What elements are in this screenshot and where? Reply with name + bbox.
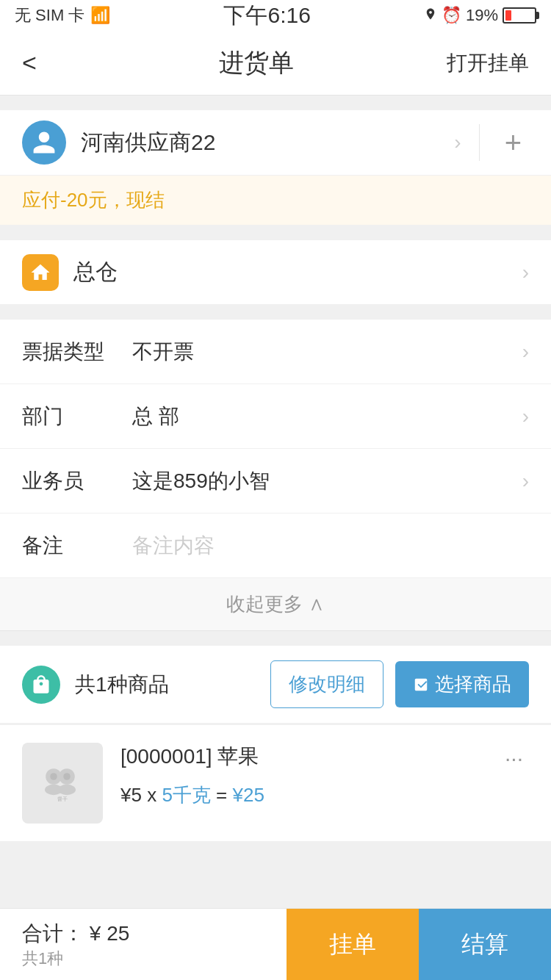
collapse-text: 收起更多 ∧ [226,591,324,617]
status-bar: 无 SIM 卡 📶 下午6:16 ⏰ 19% [0,0,551,31]
select-product-button[interactable]: 选择商品 [395,661,529,707]
product-count-icon [22,666,60,704]
status-left: 无 SIM 卡 📶 [15,4,110,26]
product-header: 共1种商品 修改明细 选择商品 [0,646,551,724]
edit-detail-button[interactable]: 修改明细 [270,660,383,708]
invoice-type-chevron-icon: › [522,340,529,364]
product-code: [0000001] [120,745,217,768]
open-hang-button[interactable]: 打开挂单 [447,49,529,77]
section-gap-4 [0,631,551,646]
page-title: 进货单 [219,46,294,80]
supplier-selector[interactable]: 河南供应商22 › [22,110,461,175]
status-time: 下午6:16 [223,1,310,31]
supplier-name: 河南供应商22 [81,128,447,158]
section-gap-2 [0,226,551,240]
section-gap-3 [0,305,551,320]
select-product-label: 选择商品 [435,671,511,697]
divider-vertical [479,124,480,161]
product-card: 督干 [0000001] 苹果 ¥5 x 5千克 = ¥25 ··· [0,725,551,842]
price-eq: = [216,784,232,806]
notice-bar: 应付-20元，现结 [0,176,551,226]
product-thumbnail: 督干 [22,743,103,824]
svg-point-5 [58,785,76,795]
invoice-type-value: 不开票 [132,338,515,366]
price-total: ¥25 [233,784,264,806]
wifi-icon: 📶 [90,6,110,25]
checkout-button[interactable]: 结算 [419,909,551,981]
department-row[interactable]: 部门 总 部 › [0,384,551,449]
product-more-button[interactable]: ··· [499,743,529,774]
invoice-type-row[interactable]: 票据类型 不开票 › [0,320,551,384]
product-price: ¥5 x 5千克 = ¥25 [120,782,499,808]
salesperson-value: 这是859的小智 [132,467,515,495]
section-gap-1 [0,96,551,110]
svg-point-3 [63,773,71,780]
salesperson-key: 业务员 [22,467,118,495]
department-chevron-icon: › [522,405,529,428]
supplier-section: 河南供应商22 › + [0,110,551,176]
alarm-icon: ⏰ [442,6,461,25]
product-name: [0000001] 苹果 [120,743,499,771]
add-button[interactable]: + [497,119,529,167]
product-info: [0000001] 苹果 ¥5 x 5千克 = ¥25 [120,743,499,808]
remark-row[interactable]: 备注 备注内容 [0,514,551,578]
notice-text: 应付-20元，现结 [22,189,165,211]
back-button[interactable]: < [22,48,66,77]
remark-key: 备注 [22,532,118,560]
status-right: ⏰ 19% [424,6,536,25]
svg-point-1 [50,773,57,780]
warehouse-chevron-icon: › [522,261,529,284]
hang-button[interactable]: 挂单 [287,909,419,981]
collapse-bar[interactable]: 收起更多 ∧ [0,578,551,631]
department-value: 总 部 [132,403,515,430]
total-amount: ¥ 25 [90,922,130,945]
supplier-chevron-icon: › [454,131,461,154]
warehouse-name: 总仓 [73,257,515,287]
price-qty: 5千克 [162,784,210,806]
footer: 合计： ¥ 25 共1种 挂单 结算 [0,908,551,980]
total-sub: 共1种 [22,948,264,970]
product-title: 苹果 [217,745,259,768]
supplier-avatar [22,120,66,165]
warehouse-icon [22,254,59,291]
remark-value: 备注内容 [132,532,529,560]
price-unit: ¥5 x [120,784,162,806]
battery-label: 19% [466,6,498,25]
salesperson-row[interactable]: 业务员 这是859的小智 › [0,449,551,514]
nav-bar: < 进货单 打开挂单 [0,31,551,96]
battery-icon [503,7,536,24]
location-icon [424,6,437,25]
salesperson-chevron-icon: › [522,469,529,493]
footer-total: 合计： ¥ 25 共1种 [0,920,287,970]
warehouse-selector[interactable]: 总仓 › [0,240,551,305]
product-count-label: 共1种商品 [75,671,270,699]
svg-text:督干: 督干 [57,796,68,802]
total-label: 合计： [22,922,84,945]
form-section: 票据类型 不开票 › 部门 总 部 › 业务员 这是859的小智 › 备注 备注… [0,320,551,578]
carrier-label: 无 SIM 卡 [15,4,84,26]
department-key: 部门 [22,403,118,430]
invoice-type-key: 票据类型 [22,338,118,366]
